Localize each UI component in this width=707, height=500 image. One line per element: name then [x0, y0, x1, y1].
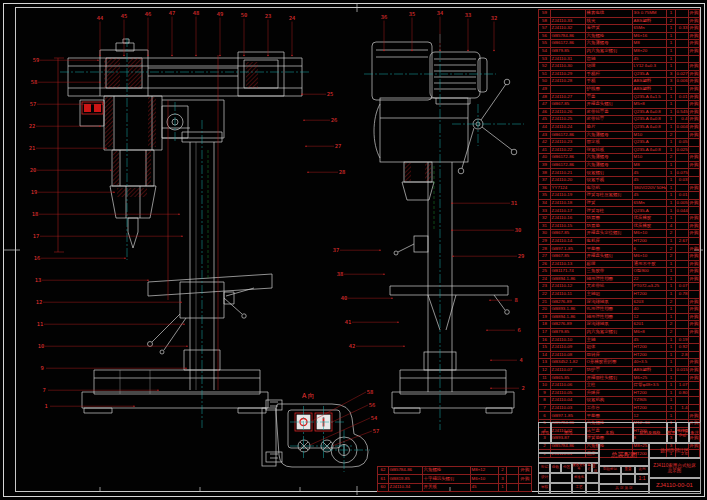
bom-cell: 1	[667, 336, 676, 344]
bom-cell: 2	[667, 245, 676, 253]
bom-cell: 1	[667, 275, 676, 283]
balloon-number: 38	[337, 271, 344, 277]
bom-cell: 外购	[689, 40, 700, 48]
bom-cell: 优质橡胶	[633, 215, 667, 223]
bom-cell: O型900	[633, 268, 667, 276]
bom-cell: ZJ4110-10	[551, 336, 586, 344]
bom-row: 21GB276-89深沟球轴承62032外购	[539, 298, 700, 306]
bom-cell: 箱体	[586, 344, 633, 352]
bom-cell	[676, 397, 689, 405]
bom-cell: 40	[633, 306, 667, 314]
bom-cell	[689, 344, 700, 352]
bom-cell	[676, 55, 689, 63]
leader-dot	[133, 405, 135, 407]
bom-cell: 1	[667, 382, 676, 390]
bom-cell: 1	[667, 101, 676, 109]
bom-cell: 52	[539, 63, 551, 71]
leader-dot	[493, 50, 495, 52]
leader-dot	[183, 323, 185, 325]
bom-row: 53ZJ4110-31齿轴451	[539, 55, 700, 63]
bom-cell: 1	[667, 146, 676, 154]
bom-cell: 0.044	[676, 207, 689, 215]
bom-cell: O形橡胶密封圈	[586, 359, 633, 367]
bom-cell: 开槽盘头螺钉	[586, 253, 633, 261]
balloon-number: 45	[121, 13, 128, 19]
bom-cell: 1	[667, 47, 676, 55]
bom-row: 45ZJ4110-25皮带轮罩Q235-A δ=0.810.4外购	[539, 116, 700, 124]
bom-cell: 通用不干胶	[633, 260, 667, 268]
bom-cell: 45	[471, 483, 499, 491]
bom-row: 31ZJ4110-15防震垫优质橡胶4外购	[539, 222, 700, 230]
bom-cell: 0.015	[676, 366, 689, 374]
feed-handle-spokes	[462, 84, 512, 168]
bom-cell: 56	[539, 32, 551, 40]
bom-cell: 1	[667, 32, 676, 40]
leader-dot	[99, 125, 101, 127]
bom-cell: ZJ4110-14	[551, 237, 586, 245]
bom-cell: 外购	[689, 25, 700, 33]
bom-cell: 护线圈	[586, 85, 633, 93]
bom-cell: Q235-A	[633, 70, 667, 78]
balloon-number: 41	[345, 319, 352, 325]
bom-cell: M10	[633, 131, 667, 139]
bom-cell: ZJ4110-04	[551, 397, 586, 405]
bom-cell: 60	[378, 483, 389, 491]
leader-dot	[186, 345, 188, 347]
bom-cell: 12	[633, 412, 667, 420]
bom-cell: 33	[539, 207, 551, 215]
bom-cell: 外购	[689, 306, 700, 314]
bom-cell: 外购	[519, 475, 532, 483]
bom-cell: M8	[633, 161, 667, 169]
bom-cell: 外购	[689, 298, 700, 306]
leader-dot	[397, 321, 399, 323]
bom-row: 30GB67-85开槽盘头定位螺钉M6×102外购	[539, 230, 700, 238]
bom-cell: 防护罩	[586, 366, 633, 374]
bom-cell: 固定板	[586, 139, 633, 147]
bom-cell: 57	[539, 25, 551, 33]
bom-cell: 29	[539, 237, 551, 245]
balloon-number: 33	[465, 12, 472, 18]
bom-row: 19GB894.1-86轴用弹性挡圈121外购	[539, 313, 700, 321]
bom-cell: 1	[667, 184, 676, 192]
bom-cell: 卷弹簧	[586, 25, 633, 33]
bom-cell: 皮带轮罩	[586, 116, 633, 124]
bom-cell: 18	[539, 321, 551, 329]
bom-cell: GB5784-86	[389, 467, 423, 475]
leader-dot	[105, 147, 107, 149]
bom-cell: 外购	[689, 32, 700, 40]
bom-cell: 大皮带轮	[586, 283, 633, 291]
bom-cell: 外购	[689, 245, 700, 253]
bom-header-code: 图号	[550, 422, 587, 444]
bom-cell: HT200	[633, 237, 667, 245]
bom-cell: 6201	[633, 321, 667, 329]
bom-cell: 24	[539, 275, 551, 283]
leader-dot	[181, 235, 183, 237]
bom-cell: 主轴箱	[586, 290, 633, 298]
bom-cell: HT200	[633, 290, 667, 298]
bom-cell: GB1171-74	[551, 268, 586, 276]
bom-cell	[676, 63, 689, 71]
bom-cell: GB6172-86	[551, 161, 586, 169]
bom-cell: 1	[667, 237, 676, 245]
bom-cell: 21	[539, 298, 551, 306]
bom-body: 59橡套电缆3G 0.75MM1外购58ZJ4110-33线夹ABS塑料2外购5…	[539, 10, 700, 458]
bom-cell: 焊管φ48×3.5	[633, 382, 667, 390]
leader-dot	[147, 55, 149, 57]
bom-row: 54GB79-85内六角紧定螺钉M8×201外购	[539, 47, 700, 55]
bom-cell: 1	[667, 116, 676, 124]
balloon-number: 19	[31, 189, 38, 195]
bom-row: 14ZJ4110-08回转座HT20012.8	[539, 351, 700, 359]
bom-cell: 张紧轮板	[586, 146, 633, 154]
bom-cell: 外购	[689, 17, 700, 25]
bom-cell: 1	[667, 169, 676, 177]
bom-header-remark: 备注	[688, 422, 701, 444]
bom-cell: M8	[633, 40, 667, 48]
bom-row: 32ZJ4110-16防震圈优质橡胶1外购	[539, 215, 700, 223]
bom-cell: M8×20	[633, 47, 667, 55]
bom-cell: 外购	[689, 101, 700, 109]
bom-cell: ZJ4110-20	[551, 177, 586, 185]
bom-cell: GB893.1-86	[551, 306, 586, 314]
bom-cell: 外购	[519, 467, 532, 475]
bom-cell: M8×12	[471, 467, 499, 475]
bom-cell: 12	[633, 313, 667, 321]
